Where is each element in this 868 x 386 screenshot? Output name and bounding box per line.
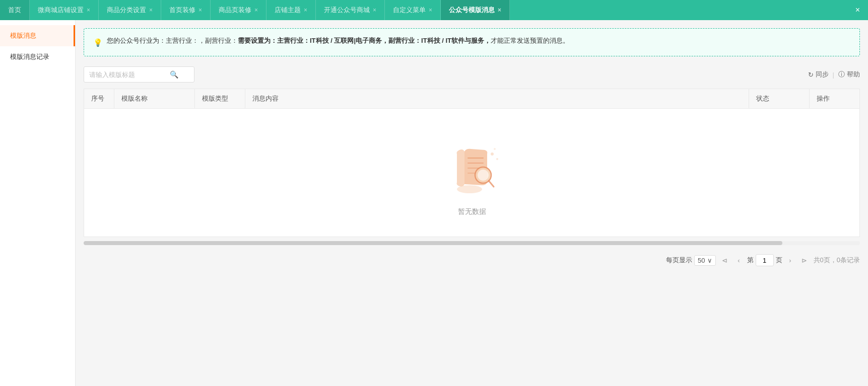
svg-point-8 (491, 152, 494, 156)
tab-item-6[interactable]: 开通公众号商城× (316, 0, 385, 20)
page-size-dropdown[interactable]: 50 ∨ (694, 255, 715, 266)
page-unit: 页 (776, 256, 782, 265)
total-info: 共0页，0条记录 (814, 256, 860, 265)
page-nav: ⊲ ‹ 第 页 › ⊳ (719, 254, 811, 266)
tab-item-2[interactable]: 商品分类设置× (99, 0, 161, 20)
tab-close-5[interactable]: × (304, 7, 307, 14)
content-area: 💡 您的公众号行业为：主营行业：，副营行业：需要设置为：主营行业：IT科技 / … (76, 20, 868, 386)
data-table: 序号模版名称模版类型消息内容状态操作 (84, 89, 860, 237)
search-icon[interactable]: 🔍 (170, 70, 178, 79)
page-size-value: 50 (698, 257, 705, 264)
search-input[interactable] (89, 71, 170, 79)
page-prev-button[interactable]: ‹ (733, 254, 745, 266)
tab-bar: 首页微商城店铺设置×商品分类设置×首页装修×商品页装修×店铺主题×开通公众号商城… (0, 0, 868, 20)
svg-point-9 (496, 158, 498, 160)
help-button[interactable]: ⓘ 帮助 (838, 70, 860, 79)
table-col-4: 状态 (749, 89, 810, 109)
table-col-1: 模版名称 (114, 89, 195, 109)
sidebar-item-1[interactable]: 模版消息记录 (0, 46, 75, 67)
page-size-label: 每页显示 (666, 256, 692, 265)
page-next-button[interactable]: › (784, 254, 796, 266)
table-header-row: 序号模版名称模版类型消息内容状态操作 (84, 89, 860, 109)
empty-text: 暂无数据 (458, 207, 486, 216)
page-label: 第 (747, 256, 754, 265)
sync-label: 同步 (816, 70, 829, 79)
notice-text: 您的公众号行业为：主营行业：，副营行业：需要设置为：主营行业：IT科技 / 互联… (107, 36, 569, 46)
main-layout: 模版消息模版消息记录 💡 您的公众号行业为：主营行业：，副营行业：需要设置为：主… (0, 20, 868, 386)
bulb-icon: 💡 (93, 37, 103, 49)
search-input-wrap[interactable]: 🔍 (84, 66, 194, 83)
help-label: 帮助 (847, 70, 860, 79)
scrollbar-area[interactable] (84, 241, 860, 245)
tab-close-2[interactable]: × (149, 7, 153, 14)
page-size-select: 每页显示 50 ∨ (666, 255, 715, 266)
sidebar: 模版消息模版消息记录 (0, 20, 76, 386)
table-col-5: 操作 (810, 89, 860, 109)
pagination: 每页显示 50 ∨ ⊲ ‹ 第 页 › ⊳ 共0页，0条记录 (84, 249, 860, 268)
table-col-3: 消息内容 (245, 89, 749, 109)
page-last-button[interactable]: ⊳ (798, 254, 811, 266)
empty-illustration (442, 139, 502, 199)
svg-point-6 (478, 170, 489, 181)
chevron-down-icon: ∨ (707, 257, 712, 264)
notice-box: 💡 您的公众号行业为：主营行业：，副营行业：需要设置为：主营行业：IT科技 / … (84, 28, 860, 56)
empty-state: 暂无数据 (84, 109, 859, 237)
scrollbar-thumb (84, 241, 782, 245)
sync-icon: ↻ (808, 71, 814, 79)
tab-close-8[interactable]: × (498, 7, 501, 14)
empty-state-row: 暂无数据 (84, 109, 860, 237)
search-bar: 🔍 ↻ 同步 | ⓘ 帮助 (84, 66, 860, 83)
table-col-2: 模版类型 (195, 89, 245, 109)
page-first-button[interactable]: ⊲ (719, 254, 731, 266)
toolbar-right: ↻ 同步 | ⓘ 帮助 (808, 70, 860, 79)
sync-button[interactable]: ↻ 同步 (808, 70, 829, 79)
tab-item-7[interactable]: 自定义菜单× (385, 0, 441, 20)
tab-item-0[interactable]: 首页 (0, 0, 30, 20)
tab-item-1[interactable]: 微商城店铺设置× (30, 0, 99, 20)
sidebar-item-0[interactable]: 模版消息 (0, 25, 75, 46)
help-icon: ⓘ (838, 70, 845, 79)
svg-point-10 (494, 148, 496, 150)
tab-item-4[interactable]: 商品页装修× (211, 0, 266, 20)
tab-close-all[interactable]: × (847, 6, 868, 15)
tab-item-8[interactable]: 公众号模版消息× (441, 0, 510, 20)
page-input[interactable] (756, 254, 774, 266)
tab-item-5[interactable]: 店铺主题× (266, 0, 316, 20)
tab-close-6[interactable]: × (373, 7, 376, 14)
tab-item-3[interactable]: 首页装修× (161, 0, 211, 20)
svg-line-7 (489, 181, 494, 187)
tab-close-3[interactable]: × (198, 7, 202, 14)
toolbar-divider: | (833, 71, 834, 79)
tab-close-1[interactable]: × (87, 7, 90, 14)
table-col-0: 序号 (84, 89, 114, 109)
tab-close-7[interactable]: × (429, 7, 432, 14)
tab-close-4[interactable]: × (254, 7, 258, 14)
